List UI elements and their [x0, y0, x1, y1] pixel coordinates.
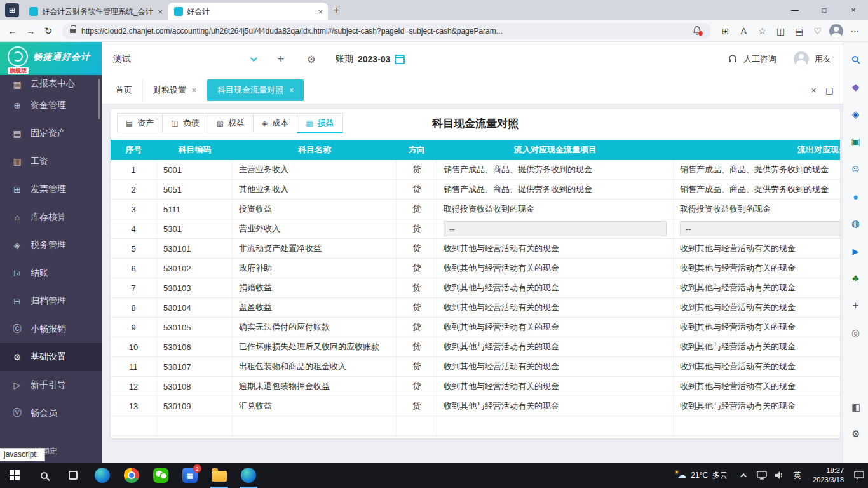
- refresh-button[interactable]: ↻: [39, 22, 57, 40]
- cell-outflow-item[interactable]: --: [674, 219, 840, 238]
- page-tab[interactable]: 首页 ×: [105, 79, 143, 101]
- category-tab[interactable]: ▤ 资产: [117, 113, 163, 133]
- cell-inflow-item[interactable]: 销售产成品、商品、提供劳务收到的现金: [437, 180, 674, 199]
- minimize-button[interactable]: —: [780, 0, 810, 20]
- sidebar-scrollbar[interactable]: [98, 79, 100, 119]
- table-row[interactable]: 2 5051 其他业务收入 贷 销售产成品、商品、提供劳务收到的现金 销售产成品…: [111, 180, 840, 200]
- read-aloud-icon[interactable]: A: [735, 22, 753, 40]
- start-button[interactable]: [0, 463, 29, 488]
- notifications-blocked-icon[interactable]: [692, 25, 703, 37]
- cell-inflow-item[interactable]: 销售产成品、商品、提供劳务收到的现金: [437, 160, 674, 179]
- search-icon[interactable]: ⚲: [843, 47, 868, 72]
- page-tab-close-icon[interactable]: ×: [289, 86, 294, 95]
- cell-outflow-item[interactable]: 收到其他与经营活动有关的现金: [674, 298, 840, 317]
- taskbar-edge-active-button[interactable]: [234, 463, 263, 488]
- weather-widget[interactable]: ☀☁ 21°C 多云: [666, 463, 735, 488]
- forward-button[interactable]: →: [22, 22, 39, 40]
- sidebar-item[interactable]: ⚙ 基础设置: [0, 343, 102, 371]
- outlook-icon[interactable]: ◍: [847, 215, 865, 233]
- chat-icon[interactable]: ●: [847, 187, 865, 205]
- network-icon[interactable]: [753, 463, 771, 488]
- task-view-button[interactable]: [58, 463, 88, 488]
- cell-outflow-item[interactable]: 销售产成品、商品、提供劳务收到的现金: [674, 180, 840, 199]
- cell-outflow-item[interactable]: 收到其他与经营活动有关的现金: [674, 278, 840, 297]
- shopping-icon[interactable]: ◈: [847, 105, 865, 123]
- table-row[interactable]: 10 530106 已作坏账损失处理后又收回的应收账款 贷 收到其他与经营活动有…: [111, 337, 840, 357]
- sidebar-item[interactable]: ◈ 税务管理: [0, 231, 102, 259]
- volume-icon[interactable]: [771, 463, 789, 488]
- taskbar-clock[interactable]: 18:27 2023/3/18: [806, 466, 850, 485]
- browser-menu-icon[interactable]: ⋯: [846, 22, 864, 40]
- sidebar-item[interactable]: ⊟ 归档管理: [0, 287, 102, 315]
- table-row[interactable]: 6 530102 政府补助 贷 收到其他与经营活动有关的现金 收到其他与经营活动…: [111, 259, 840, 278]
- cell-inflow-item[interactable]: 收到其他与经营活动有关的现金: [437, 337, 674, 356]
- cell-outflow-item[interactable]: 收到其他与经营活动有关的现金: [674, 259, 840, 278]
- panel-toggle-icon[interactable]: ◧: [847, 398, 865, 416]
- browser-tab-active[interactable]: 好会计 ×: [168, 3, 328, 20]
- category-tab[interactable]: ◫ 负债: [162, 113, 208, 133]
- table-row[interactable]: 11 530107 出租包装物和商品的租金收入 贷 收到其他与经营活动有关的现金…: [111, 357, 840, 377]
- cell-inflow-item[interactable]: 收到其他与经营活动有关的现金: [437, 318, 674, 337]
- cell-outflow-item[interactable]: 销售产成品、商品、提供劳务收到的现金: [674, 160, 840, 179]
- copilot-icon[interactable]: ◆: [847, 78, 865, 96]
- page-tab[interactable]: 科目现金流量对照 ×: [207, 79, 304, 101]
- page-tab-close-icon[interactable]: ×: [192, 86, 196, 95]
- category-tab[interactable]: ▧ 权益: [208, 113, 254, 133]
- table-row[interactable]: 8 530104 盘盈收益 贷 收到其他与经营活动有关的现金 收到其他与经营活动…: [111, 298, 840, 318]
- cell-inflow-item[interactable]: 收到其他与经营活动有关的现金: [437, 239, 674, 258]
- ime-indicator[interactable]: 英: [789, 463, 806, 488]
- workspace-icon[interactable]: ⊞: [5, 3, 19, 17]
- action-center-button[interactable]: [850, 463, 868, 488]
- maximize-button[interactable]: □: [810, 0, 839, 20]
- add-tool-icon[interactable]: +: [847, 297, 865, 315]
- cell-outflow-item[interactable]: 收到其他与经营活动有关的现金: [674, 239, 840, 258]
- page-tab[interactable]: 财税设置 ×: [143, 79, 207, 101]
- table-row[interactable]: 9 530105 确实无法偿付的应付账款 贷 收到其他与经营活动有关的现金 收到…: [111, 318, 840, 337]
- sidebar-item[interactable]: ▦ 云报表中心: [0, 75, 102, 92]
- cell-inflow-item[interactable]: 收到其他与经营活动有关的现金: [437, 377, 674, 396]
- profile-avatar[interactable]: [829, 24, 843, 38]
- support-link[interactable]: 人工咨询: [743, 53, 776, 65]
- close-all-tabs-button[interactable]: ×: [811, 85, 817, 95]
- table-row[interactable]: 1 5001 主营业务收入 贷 销售产成品、商品、提供劳务收到的现金 销售产成品…: [111, 160, 840, 180]
- games-icon[interactable]: ◎: [847, 324, 865, 342]
- category-tab[interactable]: ▦ 损益: [297, 113, 342, 133]
- hidden-icons-button[interactable]: [735, 463, 753, 488]
- tab-close-icon[interactable]: ×: [318, 7, 323, 17]
- close-window-button[interactable]: ×: [839, 0, 868, 20]
- cell-outflow-item[interactable]: 取得投资收益收到的现金: [674, 200, 840, 219]
- sidebar-item[interactable]: ⊞ 发票管理: [0, 175, 102, 203]
- new-tab-button[interactable]: +: [328, 2, 344, 18]
- sidebar-item[interactable]: Ⓥ 畅会员: [0, 399, 102, 427]
- sidebar-item[interactable]: Ⓒ 小畅报销: [0, 315, 102, 343]
- table-row[interactable]: 12 530108 逾期未退包装物押金收益 贷 收到其他与经营活动有关的现金 收…: [111, 377, 840, 396]
- fullscreen-button[interactable]: ▢: [825, 85, 834, 95]
- user-name[interactable]: 用友: [815, 53, 831, 65]
- travel-tools-icon[interactable]: ▣: [847, 133, 865, 151]
- browser-essentials-icon[interactable]: ♡: [808, 22, 827, 40]
- cell-inflow-item[interactable]: 收到其他与经营活动有关的现金: [437, 298, 674, 317]
- taskbar-search-button[interactable]: [29, 463, 58, 488]
- tab-close-icon[interactable]: ×: [158, 7, 163, 17]
- cell-outflow-item[interactable]: 收到其他与经营活动有关的现金: [674, 318, 840, 337]
- table-row[interactable]: 7 530103 捐赠收益 贷 收到其他与经营活动有关的现金 收到其他与经营活动…: [111, 278, 840, 298]
- sidebar-item[interactable]: ⊡ 结账: [0, 259, 102, 287]
- category-tab[interactable]: ◈ 成本: [253, 113, 297, 133]
- browser-tab[interactable]: 好会计云财务软件管理系统_会计 ×: [23, 3, 168, 20]
- sidebar-item[interactable]: ▷ 新手引导: [0, 371, 102, 399]
- sidebar-item[interactable]: ▥ 工资: [0, 147, 102, 175]
- split-screen-icon[interactable]: ◫: [771, 22, 790, 40]
- cell-outflow-item[interactable]: 收到其他与经营活动有关的现金: [674, 357, 840, 376]
- sidebar-item[interactable]: ▤ 固定资产: [0, 119, 102, 147]
- user-avatar[interactable]: [794, 51, 809, 67]
- table-row[interactable]: 13 530109 汇兑收益 贷 收到其他与经营活动有关的现金 收到其他与经营活…: [111, 396, 840, 416]
- taskbar-edge-button[interactable]: [88, 463, 117, 488]
- calendar-icon[interactable]: [395, 55, 405, 64]
- tab-actions-icon[interactable]: ⊞: [716, 22, 735, 40]
- sidebar-settings-icon[interactable]: ⚙: [847, 425, 865, 443]
- taskbar-app-button[interactable]: ▦ 2: [175, 463, 205, 488]
- table-row[interactable]: 4 5301 营业外收入 贷 -- --: [111, 219, 840, 239]
- cell-outflow-item[interactable]: 收到其他与经营活动有关的现金: [674, 377, 840, 396]
- settings-gear-icon[interactable]: ⚙: [304, 53, 319, 65]
- add-account-button[interactable]: +: [273, 53, 288, 66]
